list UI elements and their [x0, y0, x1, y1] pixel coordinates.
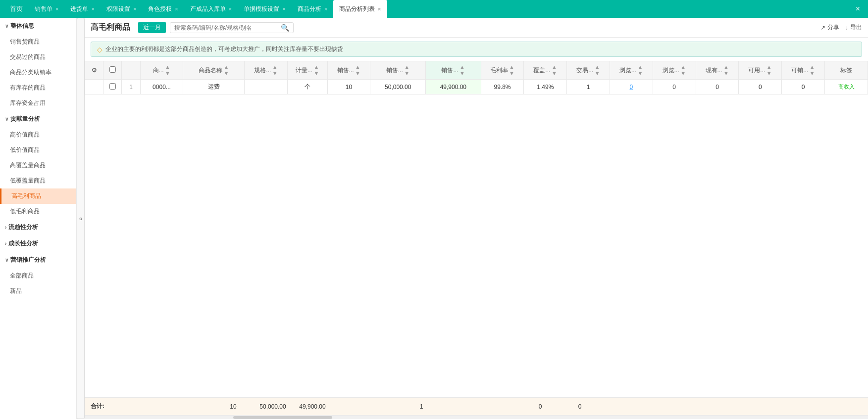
- sidebar-item-low-value[interactable]: 低价值商品: [0, 142, 76, 158]
- nav-analysis-list[interactable]: 商品分析列表 ×: [333, 0, 387, 18]
- sort-icon-code: ▲▼: [165, 64, 171, 76]
- nav-template[interactable]: 单据模板设置 ×: [238, 0, 291, 18]
- row-tag: 高收入: [825, 80, 868, 94]
- footer-sales-profit: 49,900.00: [293, 403, 332, 410]
- row-select-checkbox[interactable]: [109, 83, 116, 90]
- nav-home[interactable]: 首页: [4, 0, 29, 18]
- col-settings[interactable]: ⚙: [85, 61, 103, 80]
- sidebar-item-high-value[interactable]: 高价值商品: [0, 127, 76, 142]
- col-code-label: 商...: [153, 66, 164, 75]
- col-browse2[interactable]: 浏览... ▲▼: [653, 61, 696, 80]
- notice-text: 企业的主要的利润都是这部分商品创造的，可考虑加大推广，同时关注库存量不要出现缺货: [105, 45, 343, 53]
- nav-close-analysis-list[interactable]: ×: [378, 6, 381, 12]
- row-checkbox[interactable]: [103, 80, 122, 94]
- col-sales-amount[interactable]: 销售... ▲▼: [370, 61, 426, 80]
- sidebar-group-marketing[interactable]: ∨ 营销推广分析: [0, 252, 76, 268]
- sidebar-item-sales-goods[interactable]: 销售货商品: [0, 34, 76, 49]
- sort-icon-gross-rate: ▲▼: [509, 64, 515, 76]
- sidebar-collapse-btn[interactable]: «: [77, 18, 85, 419]
- arrow-overall: ∨: [5, 23, 8, 29]
- footer-browse1: [441, 403, 481, 410]
- row-name: 运费: [183, 80, 245, 94]
- sidebar-item-traded-goods[interactable]: 交易过的商品: [0, 49, 76, 65]
- nav-purchase[interactable]: 进货单 ×: [64, 0, 100, 18]
- row-code[interactable]: 0000...: [140, 80, 183, 94]
- row-coverage: 1.49%: [524, 80, 567, 94]
- sidebar-item-category-rate[interactable]: 商品分类助销率: [0, 65, 76, 80]
- sidebar-item-stock-capital[interactable]: 库存资金占用: [0, 95, 76, 111]
- arrow-trend: ›: [5, 225, 6, 230]
- sort-icon-name: ▲▼: [223, 64, 229, 76]
- nav-sales[interactable]: 销售单 ×: [29, 0, 64, 18]
- row-spec: [245, 80, 288, 94]
- sidebar-item-new-goods[interactable]: 新品: [0, 283, 76, 299]
- col-browse1[interactable]: 浏览... ▲▼: [610, 61, 653, 80]
- col-sales-profit[interactable]: 销售... ▲▼: [426, 61, 481, 80]
- col-code[interactable]: 商... ▲▼: [140, 61, 183, 80]
- col-gross-rate[interactable]: 毛利率 ▲▼: [481, 61, 524, 80]
- col-unit[interactable]: 计量... ▲▼: [288, 61, 327, 80]
- nav-close-template[interactable]: ×: [282, 6, 285, 12]
- export-icon: ↓: [845, 24, 848, 31]
- data-table-container[interactable]: ⚙ 商... ▲▼: [85, 61, 868, 397]
- close-all-tabs[interactable]: ×: [852, 4, 864, 13]
- page-title: 高毛利商品: [91, 22, 130, 33]
- nav-close-role[interactable]: ×: [175, 6, 178, 12]
- row-sales-profit: 49,900.00: [426, 80, 481, 94]
- sort-icon-browse2: ▲▼: [680, 64, 686, 76]
- group-marketing-label: 营销推广分析: [10, 256, 46, 264]
- nav-analysis[interactable]: 商品分析 ×: [292, 0, 333, 18]
- sidebar-group-contribution[interactable]: ∨ 贡献量分析: [0, 111, 76, 127]
- sidebar-item-low-margin[interactable]: 低毛利商品: [0, 204, 76, 219]
- sidebar-item-low-coverage[interactable]: 低覆盖量商品: [0, 173, 76, 188]
- col-tag[interactable]: 标签: [825, 61, 868, 80]
- sidebar-item-all-goods[interactable]: 全部商品: [0, 268, 76, 283]
- scrollbar-thumb[interactable]: [233, 416, 332, 419]
- filter-recent-month[interactable]: 近一月: [138, 22, 166, 33]
- col-available[interactable]: 可用... ▲▼: [739, 61, 782, 80]
- col-name[interactable]: 商品名称 ▲▼: [183, 61, 245, 80]
- col-saleable[interactable]: 可销... ▲▼: [782, 61, 825, 80]
- col-current[interactable]: 现有... ▲▼: [696, 61, 739, 80]
- row-transaction: 1: [567, 80, 610, 94]
- col-spec[interactable]: 规格... ▲▼: [245, 61, 288, 80]
- row-browse1[interactable]: 0: [610, 80, 653, 94]
- nav-product-inbound[interactable]: 产成品入库单 ×: [184, 0, 238, 18]
- select-all-checkbox[interactable]: [109, 66, 116, 73]
- row-unit: 个: [288, 80, 327, 94]
- col-transaction[interactable]: 交易... ▲▼: [567, 61, 610, 80]
- nav-close-permission[interactable]: ×: [133, 6, 136, 12]
- sidebar-item-high-margin[interactable]: 高毛利商品: [0, 188, 76, 204]
- nav-close-product-inbound[interactable]: ×: [229, 6, 232, 12]
- col-sales-qty[interactable]: 销售... ▲▼: [327, 61, 370, 80]
- col-saleable-label: 可销...: [791, 66, 808, 75]
- row-current: 0: [696, 80, 739, 94]
- search-icon[interactable]: 🔍: [281, 24, 289, 32]
- horizontal-scrollbar[interactable]: [85, 415, 868, 419]
- sort-icon-sales-amount: ▲▼: [404, 64, 410, 76]
- sidebar-group-trend[interactable]: › 流趋性分析: [0, 219, 76, 235]
- col-browse1-label: 浏览...: [619, 66, 636, 75]
- row-sales-qty: 10: [327, 80, 370, 94]
- data-table: ⚙ 商... ▲▼: [85, 61, 868, 94]
- tag-high-income: 高收入: [838, 84, 855, 90]
- sort-icon-sales-profit: ▲▼: [459, 64, 465, 76]
- nav-permission[interactable]: 权限设置 ×: [101, 0, 142, 18]
- share-label: 分享: [827, 23, 839, 32]
- share-button[interactable]: ↗ 分享: [820, 23, 839, 32]
- sidebar-group-overall[interactable]: ∨ 整体信息: [0, 18, 76, 34]
- nav-close-analysis[interactable]: ×: [324, 6, 327, 12]
- nav-close-purchase[interactable]: ×: [91, 6, 94, 12]
- nav-role[interactable]: 角色授权 ×: [142, 0, 184, 18]
- sort-icon-spec: ▲▼: [272, 64, 278, 76]
- nav-close-sales[interactable]: ×: [55, 6, 58, 12]
- export-button[interactable]: ↓ 导出: [845, 23, 862, 32]
- gear-icon: ⚙: [92, 67, 97, 74]
- group-contribution-label: 贡献量分析: [10, 115, 40, 123]
- sidebar-item-in-stock[interactable]: 有库存的商品: [0, 80, 76, 95]
- search-input[interactable]: [174, 24, 281, 31]
- sidebar-item-high-coverage[interactable]: 高覆盖量商品: [0, 158, 76, 173]
- sidebar-group-growth[interactable]: › 成长性分析: [0, 235, 76, 252]
- col-coverage[interactable]: 覆盖... ▲▼: [524, 61, 567, 80]
- sort-icon-transaction: ▲▼: [594, 64, 600, 76]
